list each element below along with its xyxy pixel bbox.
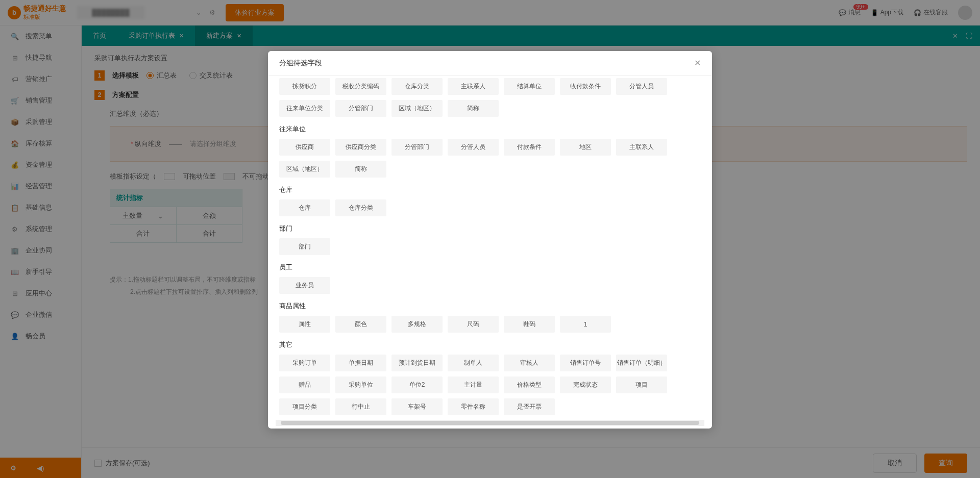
modal-title: 分组待选字段 (279, 59, 322, 68)
field-group-title: 往来单位 (279, 124, 701, 134)
field-option[interactable]: 完成状态 (560, 376, 611, 393)
field-option[interactable]: 简称 (448, 100, 499, 117)
field-option[interactable]: 零件名称 (448, 398, 499, 415)
field-option[interactable]: 行中止 (335, 398, 386, 415)
field-option[interactable]: 主计量 (448, 376, 499, 393)
field-option[interactable]: 仓库分类 (335, 199, 386, 216)
field-option[interactable]: 往来单位分类 (279, 100, 330, 117)
field-option[interactable]: 业务员 (279, 277, 330, 294)
field-option[interactable]: 单据日期 (335, 355, 386, 371)
field-option[interactable]: 地区 (560, 139, 611, 156)
field-option[interactable]: 多规格 (391, 316, 443, 333)
field-option[interactable]: 拣货积分 (279, 78, 330, 95)
field-option[interactable]: 供应商分类 (335, 139, 386, 156)
field-option[interactable]: 制单人 (448, 355, 499, 371)
field-option[interactable]: 颜色 (335, 316, 386, 333)
field-option[interactable]: 供应商 (279, 139, 330, 156)
field-option[interactable]: 采购单位 (335, 376, 386, 393)
field-group-title: 仓库 (279, 185, 701, 194)
field-option[interactable]: 车架号 (391, 398, 443, 415)
field-option[interactable]: 结算单位 (504, 78, 555, 95)
horizontal-scrollbar[interactable] (276, 420, 704, 426)
field-option[interactable]: 单位2 (391, 376, 443, 393)
field-group-title: 员工 (279, 263, 701, 272)
field-option[interactable]: 税收分类编码 (335, 78, 386, 95)
field-option[interactable]: 预计到货日期 (391, 355, 443, 371)
field-option[interactable]: 项目 (616, 376, 667, 393)
field-option[interactable]: 分管部门 (335, 100, 386, 117)
field-option[interactable]: 主联系人 (616, 139, 667, 156)
field-option[interactable]: 销售订单号 (560, 355, 611, 371)
field-option[interactable]: 简称 (335, 161, 386, 178)
field-option[interactable]: 部门 (279, 238, 330, 255)
field-option[interactable]: 审核人 (504, 355, 555, 371)
close-icon[interactable]: ✕ (694, 58, 701, 68)
field-option[interactable]: 区域（地区） (391, 100, 443, 117)
field-option[interactable]: 尺码 (448, 316, 499, 333)
field-group-title: 其它 (279, 340, 701, 349)
field-option[interactable]: 分管人员 (448, 139, 499, 156)
field-option[interactable]: 是否开票 (504, 398, 555, 415)
modal-body: 拣货积分税收分类编码仓库分类主联系人结算单位收付款条件分管人员往来单位分类分管部… (268, 76, 712, 420)
field-option[interactable]: 采购订单 (279, 355, 330, 371)
field-group-title: 商品属性 (279, 301, 701, 311)
field-option[interactable]: 仓库分类 (391, 78, 443, 95)
modal-overlay[interactable]: 分组待选字段 ✕ 拣货积分税收分类编码仓库分类主联系人结算单位收付款条件分管人员… (0, 0, 980, 478)
field-option[interactable]: 分管部门 (391, 139, 443, 156)
field-option[interactable]: 销售订单（明细） (616, 355, 667, 371)
field-option[interactable]: 1 (560, 316, 611, 333)
field-option[interactable]: 分管人员 (616, 78, 667, 95)
field-option[interactable]: 赠品 (279, 376, 330, 393)
field-option[interactable]: 主联系人 (448, 78, 499, 95)
field-selector-modal: 分组待选字段 ✕ 拣货积分税收分类编码仓库分类主联系人结算单位收付款条件分管人员… (268, 51, 712, 429)
field-option[interactable]: 鞋码 (504, 316, 555, 333)
field-option[interactable]: 收付款条件 (560, 78, 611, 95)
field-option[interactable]: 价格类型 (504, 376, 555, 393)
field-option[interactable]: 项目分类 (279, 398, 330, 415)
field-option[interactable]: 区域（地区） (279, 161, 330, 178)
field-option[interactable]: 付款条件 (504, 139, 555, 156)
field-option[interactable]: 属性 (279, 316, 330, 333)
field-group-title: 部门 (279, 224, 701, 233)
field-option[interactable]: 仓库 (279, 199, 330, 216)
